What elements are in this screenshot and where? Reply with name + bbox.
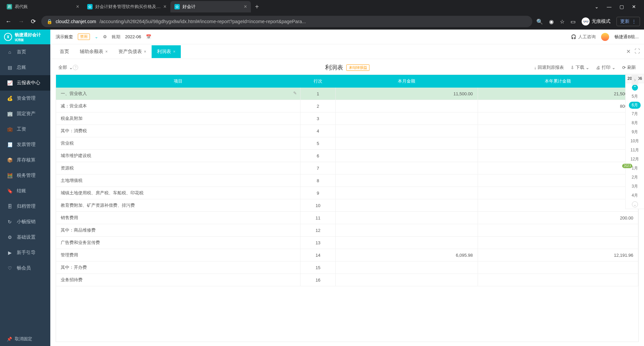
month-item[interactable]: 4月 xyxy=(626,191,644,200)
browser-tab-active[interactable]: 会 好会计 × xyxy=(170,1,251,12)
table-row[interactable]: 其中：消费税4 xyxy=(56,125,638,137)
table-row[interactable]: 城镇土地使用税、房产税、车船税、印花税9 xyxy=(56,187,638,199)
page-tab[interactable]: 资产负债表× xyxy=(113,45,152,58)
sidebar-item-新手引导[interactable]: ▶新手引导 xyxy=(0,245,50,260)
download-button[interactable]: ⇩下载⌄ xyxy=(571,64,589,70)
period-value[interactable]: 2022-06 xyxy=(125,34,141,39)
zoom-icon[interactable]: 🔍 xyxy=(536,18,543,25)
filter-dropdown[interactable]: 全部 ⌄ xyxy=(58,64,73,70)
sidebar-item-首页[interactable]: ⌂首页 xyxy=(0,44,50,60)
pin-toggle[interactable]: 📌 取消固定 xyxy=(0,332,50,346)
extension-icon[interactable]: ◉ xyxy=(549,18,554,25)
gear-icon[interactable]: ⚙ xyxy=(103,34,107,39)
browser-tab[interactable]: 会 好会计财务管理软件购买价格及… × xyxy=(83,1,170,12)
revert-button[interactable]: ↓回退到原报表 xyxy=(534,64,564,70)
table-row[interactable]: 其中：开办费15 xyxy=(56,261,638,274)
account-name[interactable]: 演示账套 xyxy=(56,34,73,40)
refresh-button[interactable]: ⟳刷新 xyxy=(622,64,636,70)
scroll-down-button[interactable]: ⌄ xyxy=(626,200,644,209)
month-item[interactable]: 3月 xyxy=(626,182,644,191)
table-row[interactable]: 其中：商品维修费12 xyxy=(56,224,638,237)
page-tab[interactable]: 首页 xyxy=(54,45,74,58)
sidebar-label: 新手引导 xyxy=(17,250,36,256)
logo[interactable]: ¥ 畅捷通好会计 试用版 xyxy=(0,30,50,44)
sidebar-item-小畅报销[interactable]: ↻小畅报销 xyxy=(0,214,50,230)
calendar-icon[interactable]: 📅 xyxy=(146,34,151,39)
table-row[interactable]: 教育费附加、矿产资源补偿费、排污费10 xyxy=(56,199,638,212)
page-tab[interactable]: 利润表× xyxy=(152,45,181,58)
sidebar-item-固定资产[interactable]: 🏢固定资产 xyxy=(0,106,50,121)
cell-month xyxy=(335,137,478,150)
bookmark-icon[interactable]: ☆ xyxy=(560,18,565,25)
table-row[interactable]: 销售费用11200.00 xyxy=(56,212,638,224)
chevron-down-icon[interactable]: ⌄ xyxy=(595,4,599,9)
headset-icon: 🎧 xyxy=(571,34,576,39)
sidebar-item-总账[interactable]: ▤总账 xyxy=(0,60,50,75)
avatar[interactable] xyxy=(601,33,609,41)
url-bar[interactable]: 🔒 cloud2.chanjet.com/accounting/uh26t264… xyxy=(41,16,532,27)
minimize-icon[interactable]: — xyxy=(607,4,611,9)
close-icon[interactable]: × xyxy=(76,4,79,10)
back-button[interactable]: ← xyxy=(4,17,13,27)
cell-year: 21,500.00 xyxy=(478,88,638,100)
username[interactable]: 畅捷通B组... xyxy=(614,34,639,40)
print-button[interactable]: 🖨打印⌄ xyxy=(596,64,615,70)
sidebar-item-结账[interactable]: 🔖结账 xyxy=(0,183,50,199)
month-item[interactable]: 12月 xyxy=(626,155,644,164)
fullscreen-icon[interactable]: ⛶ xyxy=(635,48,640,55)
close-icon[interactable]: × xyxy=(105,49,108,54)
reading-list-icon[interactable]: ▭ xyxy=(571,18,576,25)
month-item[interactable]: 7月 xyxy=(626,109,644,118)
month-item[interactable]: 10月 xyxy=(626,137,644,146)
sidebar-item-资金管理[interactable]: 💰资金管理 xyxy=(0,91,50,106)
sidebar-item-归档管理[interactable]: 🗄归档管理 xyxy=(0,199,50,214)
reload-button[interactable]: ⟳ xyxy=(30,16,37,27)
forward-button[interactable]: → xyxy=(17,17,25,27)
sidebar-item-云报表中心[interactable]: 📈云报表中心 xyxy=(0,75,50,91)
table-row[interactable]: 土地增值税8 xyxy=(56,175,638,187)
table-row[interactable]: 管理费用146,095.9812,191.96 xyxy=(56,249,638,261)
cell-name: 资源税 xyxy=(56,162,301,175)
sidebar-item-库存核算[interactable]: 📦库存核算 xyxy=(0,152,50,168)
sidebar-label: 畅会员 xyxy=(17,265,31,271)
table-row[interactable]: 广告费和业务宣传费13 xyxy=(56,237,638,249)
table-row[interactable]: 减：营业成本2800.00 xyxy=(56,100,638,112)
download-arrow-icon: ↓ xyxy=(534,65,537,70)
month-item[interactable]: 9月 xyxy=(626,128,644,137)
month-item[interactable]: 8月 xyxy=(626,118,644,128)
cell-name: 管理费用 xyxy=(56,249,301,261)
close-icon[interactable]: × xyxy=(144,49,146,54)
month-item[interactable]: 6月 xyxy=(629,102,641,109)
table-row[interactable]: 一、营业收入✎111,500.0021,500.00 xyxy=(56,88,638,100)
scroll-right-icon[interactable]: › xyxy=(632,75,638,85)
sidebar-item-基础设置[interactable]: ⚙基础设置 xyxy=(0,230,50,245)
update-button[interactable]: 更新 ⋮ xyxy=(616,17,640,26)
table-row[interactable]: 资源税7 xyxy=(56,162,638,175)
month-item[interactable]: 5月 xyxy=(626,92,644,101)
chevron-down-icon[interactable]: ⌄ xyxy=(95,34,98,39)
page-tab[interactable]: 辅助余额表× xyxy=(74,45,113,58)
close-icon[interactable]: × xyxy=(173,49,175,54)
maximize-icon[interactable]: ▢ xyxy=(620,4,624,9)
table-row[interactable]: 税金及附加3 xyxy=(56,112,638,125)
close-icon[interactable]: × xyxy=(244,4,247,10)
sidebar-item-工资[interactable]: 💼工资 xyxy=(0,121,50,137)
sidebar-item-税务管理[interactable]: 🧮税务管理 xyxy=(0,168,50,183)
table-row[interactable]: 业务招待费16 xyxy=(56,274,638,286)
sidebar-item-发票管理[interactable]: 🧾发票管理 xyxy=(0,137,50,152)
month-item[interactable]: 11月 xyxy=(626,146,644,155)
close-window-icon[interactable]: ✕ xyxy=(632,4,636,9)
help-icon[interactable]: ? xyxy=(73,65,78,70)
table-row[interactable]: 营业税5 xyxy=(56,137,638,150)
month-item[interactable]: 2月 xyxy=(626,173,644,182)
support-button[interactable]: 🎧 人工咨询 xyxy=(571,34,596,40)
close-icon[interactable]: × xyxy=(163,4,166,10)
disable-tag[interactable]: 禁用 xyxy=(78,34,90,40)
browser-tab[interactable]: 易 易代账 × xyxy=(3,1,83,12)
sidebar-item-畅会员[interactable]: ♡畅会员 xyxy=(0,260,50,276)
new-tab-button[interactable]: + xyxy=(251,3,263,11)
close-all-tabs-icon[interactable]: ✕ xyxy=(626,48,631,55)
edit-icon[interactable]: ✎ xyxy=(293,91,297,96)
cell-month xyxy=(335,112,478,125)
table-row[interactable]: 城市维护建设税6 xyxy=(56,150,638,162)
